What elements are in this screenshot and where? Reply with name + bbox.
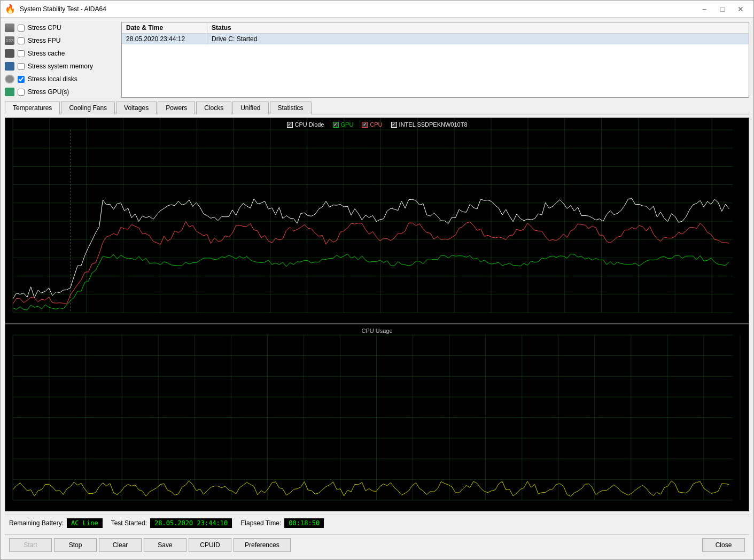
clear-button[interactable]: Clear	[99, 538, 142, 552]
tabs-section: Temperatures Cooling Fans Voltages Power…	[5, 101, 749, 114]
charts-area: CPU Diode GPU CPU INTEL SSDPEKNW010T8	[5, 118, 749, 511]
tab-cooling-fans[interactable]: Cooling Fans	[61, 102, 115, 114]
stress-disks-item: Stress local disks	[5, 73, 117, 85]
stress-cache-label: Stress cache	[28, 50, 65, 57]
window-title: System Stability Test - AIDA64	[20, 5, 691, 13]
stress-cache-item: Stress cache	[5, 48, 117, 59]
legend-cpu-diode: CPU Diode	[286, 121, 324, 128]
cache-icon	[5, 49, 14, 58]
legend-cpu-label: CPU	[370, 121, 382, 128]
battery-value: AC Line	[67, 518, 103, 528]
temp-chart-legend: CPU Diode GPU CPU INTEL SSDPEKNW010T8	[286, 121, 467, 128]
elapsed-status: Elapsed Time: 00:18:50	[240, 518, 324, 528]
stress-cpu-label: Stress CPU	[28, 24, 61, 32]
stress-disks-label: Stress local disks	[28, 75, 77, 83]
tab-unified[interactable]: Unified	[232, 102, 268, 114]
stress-cache-checkbox[interactable]	[18, 50, 25, 57]
main-window: 🔥 System Stability Test - AIDA64 − □ ✕ S…	[0, 0, 754, 560]
stress-memory-checkbox[interactable]	[18, 63, 25, 70]
elapsed-value: 00:18:50	[284, 518, 324, 528]
cpu-temp-checkbox[interactable]	[362, 122, 368, 128]
stress-memory-item: Stress system memory	[5, 60, 117, 72]
stress-fpu-checkbox[interactable]	[18, 37, 25, 44]
cpu-canvas	[5, 324, 749, 511]
log-col-datetime: Date & Time	[122, 22, 207, 33]
title-bar: 🔥 System Stability Test - AIDA64 − □ ✕	[1, 1, 753, 18]
top-section: Stress CPU 123 Stress FPU Stress cache S…	[5, 22, 749, 98]
elapsed-label: Elapsed Time:	[240, 519, 281, 527]
tab-temperatures[interactable]: Temperatures	[5, 102, 60, 114]
legend-ssd: INTEL SSDPEKNW010T8	[391, 121, 468, 128]
test-started-label: Test Started:	[111, 519, 147, 527]
legend-cpu-diode-label: CPU Diode	[294, 121, 324, 128]
temperature-canvas	[5, 118, 749, 323]
battery-status: Remaining Battery: AC Line	[9, 518, 103, 528]
status-bar: Remaining Battery: AC Line Test Started:…	[5, 515, 749, 531]
ssd-checkbox[interactable]	[391, 122, 397, 128]
test-started-value: 28.05.2020 23:44:10	[150, 518, 232, 528]
window-controls: − □ ✕	[696, 3, 749, 15]
legend-gpu: GPU	[332, 121, 353, 128]
stop-button[interactable]: Stop	[54, 538, 97, 552]
cpuid-button[interactable]: CPUID	[189, 538, 231, 552]
stress-gpu-label: Stress GPU(s)	[28, 88, 69, 96]
log-row-0: 28.05.2020 23:44:12 Drive C: Started	[122, 34, 749, 44]
stress-cpu-item: Stress CPU	[5, 22, 117, 34]
start-button[interactable]: Start	[9, 538, 52, 552]
content-area: Stress CPU 123 Stress FPU Stress cache S…	[1, 18, 753, 559]
cpu-usage-chart: CPU Usage 100% 0% 6%	[5, 324, 749, 511]
stress-fpu-item: 123 Stress FPU	[5, 35, 117, 46]
legend-cpu: CPU	[362, 121, 382, 128]
cpu-chart-title: CPU Usage	[361, 328, 392, 334]
stress-options-panel: Stress CPU 123 Stress FPU Stress cache S…	[5, 22, 117, 98]
save-button[interactable]: Save	[144, 538, 186, 552]
stress-gpu-checkbox[interactable]	[18, 89, 25, 96]
legend-ssd-label: INTEL SSDPEKNW010T8	[399, 121, 468, 128]
stress-memory-label: Stress system memory	[28, 63, 93, 70]
tab-voltages[interactable]: Voltages	[116, 102, 157, 114]
restore-button[interactable]: □	[714, 3, 731, 15]
log-col-status: Status	[207, 22, 749, 33]
log-cell-status: Drive C: Started	[207, 34, 749, 44]
cpu-diode-checkbox[interactable]	[286, 122, 292, 128]
disk-icon	[5, 75, 14, 83]
stress-fpu-label: Stress FPU	[28, 37, 60, 44]
gpu-checkbox[interactable]	[332, 122, 338, 128]
preferences-button[interactable]: Preferences	[234, 538, 291, 552]
log-header: Date & Time Status	[122, 22, 749, 34]
memory-icon	[5, 62, 14, 71]
test-started-status: Test Started: 28.05.2020 23:44:10	[111, 518, 232, 528]
log-cell-datetime: 28.05.2020 23:44:12	[122, 34, 207, 44]
battery-label: Remaining Battery:	[9, 519, 64, 527]
button-bar: Start Stop Clear Save CPUID Preferences …	[5, 534, 749, 555]
log-table: Date & Time Status 28.05.2020 23:44:12 D…	[121, 22, 749, 98]
stress-gpu-item: Stress GPU(s)	[5, 86, 117, 98]
stress-cpu-checkbox[interactable]	[18, 25, 25, 32]
tab-powers[interactable]: Powers	[158, 102, 195, 114]
gpu-icon	[5, 88, 14, 96]
app-icon: 🔥	[5, 4, 15, 14]
tab-statistics[interactable]: Statistics	[270, 102, 312, 114]
close-button[interactable]: Close	[702, 538, 745, 552]
cpu-icon	[5, 24, 14, 32]
stress-disks-checkbox[interactable]	[18, 76, 25, 83]
fpu-icon: 123	[5, 36, 14, 45]
tab-clocks[interactable]: Clocks	[196, 102, 231, 114]
minimize-button[interactable]: −	[696, 3, 713, 15]
tab-bar: Temperatures Cooling Fans Voltages Power…	[5, 101, 749, 114]
close-window-button[interactable]: ✕	[732, 3, 749, 15]
temperature-chart: CPU Diode GPU CPU INTEL SSDPEKNW010T8	[5, 118, 749, 324]
legend-gpu-label: GPU	[340, 121, 353, 128]
